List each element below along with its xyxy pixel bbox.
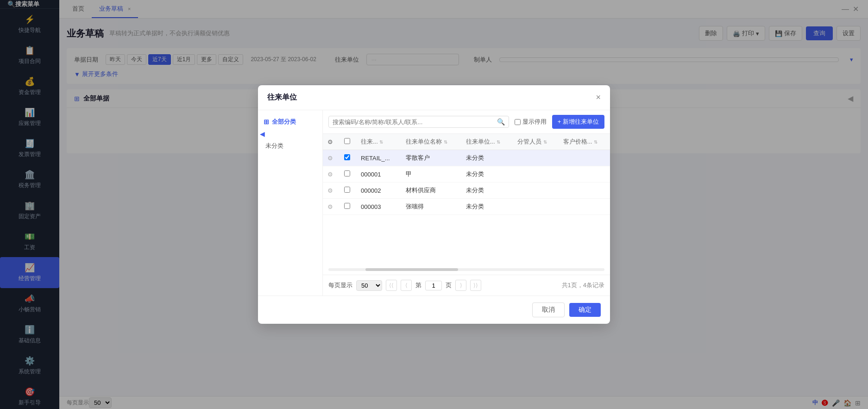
- dialog-body: ⊞ 全部分类 ◀ 未分类 🔍 显示停用: [258, 110, 610, 296]
- partner-table-wrapper: ⚙ 往来... ⇅ 往来单位名称 ⇅ 往来单位... ⇅ 分管人员 ⇅ 客户价格…: [323, 134, 610, 268]
- row-checkbox-1[interactable]: [344, 154, 350, 160]
- row-sales-2: [513, 166, 559, 182]
- th-code: 往来... ⇅: [356, 134, 401, 150]
- partner-search-box: 🔍: [328, 116, 509, 128]
- page-first-button[interactable]: ⟨⟨: [386, 280, 397, 291]
- row-settings-icon[interactable]: ⚙: [327, 171, 333, 178]
- row-settings-2[interactable]: ⚙: [323, 166, 340, 182]
- cancel-button[interactable]: 取消: [532, 302, 565, 317]
- show-disabled-check[interactable]: [515, 119, 521, 125]
- row-settings-icon[interactable]: ⚙: [327, 155, 333, 162]
- th-sales: 分管人员 ⇅: [513, 134, 559, 150]
- th-settings: ⚙: [323, 134, 340, 150]
- dialog-footer: 取消 确定: [258, 296, 610, 324]
- show-disabled-checkbox[interactable]: 显示停用: [515, 118, 547, 126]
- table-row[interactable]: ⚙ 000002 材料供应商 未分类: [323, 182, 610, 199]
- page-size-label: 每页显示: [328, 281, 352, 289]
- category-header: ⊞ 全部分类: [258, 114, 322, 130]
- scrollbar-thumb[interactable]: [365, 268, 458, 271]
- row-price-4: [559, 199, 610, 215]
- total-info: 共1页，4条记录: [562, 281, 604, 289]
- row-sales-4: [513, 199, 559, 215]
- table-row[interactable]: ⚙ 000003 张嗤得 未分类: [323, 199, 610, 215]
- row-check-4[interactable]: [340, 199, 356, 215]
- row-checkbox-2[interactable]: [344, 170, 350, 176]
- partner-dialog: 往来单位 × ⊞ 全部分类 ◀ 未分类: [258, 85, 610, 324]
- row-code-1: RETAIL_...: [356, 150, 401, 166]
- confirm-button[interactable]: 确定: [569, 303, 601, 317]
- row-checkbox-4[interactable]: [344, 203, 350, 209]
- row-category-3: 未分类: [461, 182, 513, 199]
- row-settings-3[interactable]: ⚙: [323, 182, 340, 199]
- row-code-3: 000002: [356, 182, 401, 199]
- select-all-checkbox[interactable]: [344, 138, 350, 144]
- row-name-2: 甲: [401, 166, 461, 182]
- table-row[interactable]: ⚙ RETAIL_... 零散客户 未分类: [323, 150, 610, 166]
- row-name-4: 张嗤得: [401, 199, 461, 215]
- th-check: [340, 134, 356, 150]
- settings-th-icon[interactable]: ⚙: [327, 138, 333, 145]
- row-settings-1[interactable]: ⚙: [323, 150, 340, 166]
- page-label-pre: 第: [415, 281, 421, 289]
- modal-overlay: 往来单位 × ⊞ 全部分类 ◀ 未分类: [0, 0, 868, 409]
- search-icon: 🔍: [497, 118, 505, 126]
- row-code-2: 000001: [356, 166, 401, 182]
- th-name: 往来单位名称 ⇅: [401, 134, 461, 150]
- dialog-title: 往来单位: [267, 93, 297, 102]
- dialog-pagination: 每页显示 50 20 100 ⟨⟨ ⟨ 第 页 ⟩ ⟩⟩ 共1页，4条记录: [323, 275, 610, 296]
- row-check-3[interactable]: [340, 182, 356, 199]
- row-name-3: 材料供应商: [401, 182, 461, 199]
- row-price-1: [559, 150, 610, 166]
- row-category-4: 未分类: [461, 199, 513, 215]
- row-sales-3: [513, 182, 559, 199]
- page-next-button[interactable]: ⟩: [455, 280, 466, 291]
- dialog-close-button[interactable]: ×: [596, 93, 601, 102]
- th-price: 客户价格... ⇅: [559, 134, 610, 150]
- row-settings-4[interactable]: ⚙: [323, 199, 340, 215]
- collapse-left-icon[interactable]: ◀: [258, 128, 267, 139]
- row-name-1: 零散客户: [401, 150, 461, 166]
- horizontal-scrollbar[interactable]: [328, 268, 604, 271]
- row-checkbox-3[interactable]: [344, 187, 350, 193]
- dialog-header: 往来单位 ×: [258, 85, 610, 110]
- add-partner-button[interactable]: + 新增往来单位: [552, 115, 604, 129]
- row-category-1: 未分类: [461, 150, 513, 166]
- row-check-1[interactable]: [340, 150, 356, 166]
- category-item-unclassified[interactable]: 未分类: [258, 138, 322, 154]
- page-last-button[interactable]: ⟩⟩: [470, 280, 481, 291]
- row-category-2: 未分类: [461, 166, 513, 182]
- table-row[interactable]: ⚙ 000001 甲 未分类: [323, 166, 610, 182]
- grid-small-icon: ⊞: [264, 118, 269, 126]
- page-input[interactable]: [425, 281, 442, 290]
- page-size-select[interactable]: 50 20 100: [356, 280, 382, 291]
- row-price-2: [559, 166, 610, 182]
- partner-search-input[interactable]: [333, 119, 494, 126]
- partner-list-panel: 🔍 显示停用 + 新增往来单位 ⚙: [323, 110, 610, 296]
- page-unit: 页: [446, 281, 452, 289]
- row-check-2[interactable]: [340, 166, 356, 182]
- page-prev-button[interactable]: ⟨: [401, 280, 412, 291]
- row-settings-icon[interactable]: ⚙: [327, 203, 333, 210]
- row-price-3: [559, 182, 610, 199]
- partner-table: ⚙ 往来... ⇅ 往来单位名称 ⇅ 往来单位... ⇅ 分管人员 ⇅ 客户价格…: [323, 134, 610, 215]
- row-settings-icon[interactable]: ⚙: [327, 187, 333, 194]
- th-category: 往来单位... ⇅: [461, 134, 513, 150]
- category-panel: ⊞ 全部分类 ◀ 未分类: [258, 110, 323, 296]
- partner-toolbar: 🔍 显示停用 + 新增往来单位: [323, 110, 610, 134]
- row-sales-1: [513, 150, 559, 166]
- row-code-4: 000003: [356, 199, 401, 215]
